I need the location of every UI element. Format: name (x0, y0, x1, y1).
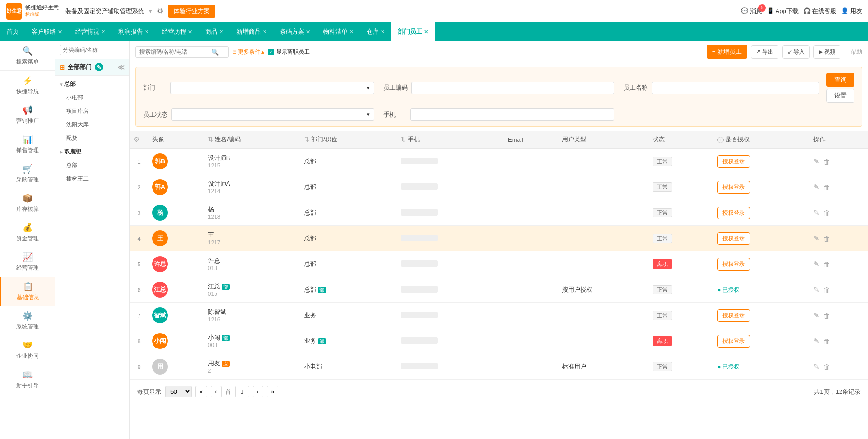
close-icon[interactable]: ✕ (145, 29, 149, 35)
user-btn[interactable]: 👤 用友 (841, 7, 862, 15)
sidebar-item-purchase[interactable]: 🛒 采购管理 (0, 159, 55, 188)
search-button[interactable]: 查询 (826, 73, 854, 87)
sidebar-item-basicinfo[interactable]: 📋 基础信息 (0, 277, 55, 306)
gear-icon[interactable]: ⚙ (157, 7, 163, 15)
sidebar-item-finance[interactable]: 💰 资金管理 (0, 218, 55, 247)
sidebar-item-operations[interactable]: 📈 经营管理 (0, 247, 55, 277)
auth-button[interactable]: 授权登录 (717, 309, 750, 322)
edit-button[interactable]: ✎ (813, 209, 819, 217)
sidebar-item-marketing[interactable]: 📢 营销推广 (0, 100, 55, 130)
sidebar-item-search[interactable]: 🔍 搜索菜单 (0, 41, 55, 71)
auth-button[interactable]: 授权登录 (717, 155, 750, 168)
delete-button[interactable]: 🗑 (823, 312, 830, 320)
close-icon[interactable]: ✕ (349, 29, 354, 35)
set-button[interactable]: 设置 (826, 89, 854, 103)
dept-node-xiaodian[interactable]: 小电部 (55, 91, 129, 105)
sidebar-item-sales[interactable]: 📊 销售管理 (0, 130, 55, 159)
dept-node-head[interactable]: ▾ 总部 (55, 77, 129, 91)
edit-button[interactable]: ✎ (813, 234, 819, 243)
edit-dept-icon[interactable]: ✎ (95, 63, 103, 71)
tab-bom[interactable]: 物料清单 ✕ (317, 22, 360, 41)
sidebar-item-collab[interactable]: 🤝 企业协同 (0, 335, 55, 365)
filter-empname-input[interactable] (652, 82, 819, 94)
delete-button[interactable]: 🗑 (823, 235, 830, 243)
per-page-select[interactable]: 50 20 100 (165, 386, 192, 397)
edit-button[interactable]: ✎ (813, 362, 819, 371)
dept-search-input[interactable] (60, 45, 130, 55)
edit-button[interactable]: ✎ (813, 157, 819, 166)
add-employee-button[interactable]: + 新增员工 (707, 45, 747, 59)
filter-empcode-input[interactable] (411, 82, 614, 94)
auth-button[interactable]: 授权登录 (717, 181, 750, 194)
filter-status-select[interactable]: ▾ (171, 108, 374, 121)
delete-button[interactable]: 🗑 (823, 209, 830, 217)
sidebar-item-guide[interactable]: 📖 新手引导 (0, 365, 55, 394)
dept-node-shenyang[interactable]: 沈阳大库 (55, 118, 129, 132)
help-icon[interactable]: ｜帮助 (844, 48, 862, 56)
auth-button[interactable]: 授权登录 (717, 232, 750, 245)
edit-button[interactable]: ✎ (813, 260, 819, 268)
tab-goods[interactable]: 商品 ✕ (199, 22, 230, 41)
tab-new-goods[interactable]: 新增商品 ✕ (230, 22, 273, 41)
auth-button[interactable]: 授权登录 (717, 207, 750, 219)
first-page-btn[interactable]: « (195, 386, 207, 397)
tab-home[interactable]: 首页 (0, 22, 25, 41)
filter-phone-input[interactable] (410, 108, 614, 121)
sidebar-item-inventory[interactable]: 📦 库存核算 (0, 188, 55, 218)
edit-button[interactable]: ✎ (813, 311, 819, 320)
dept-node-project[interactable]: 项目库房 (55, 105, 129, 118)
delete-button[interactable]: 🗑 (823, 183, 830, 191)
dept-node-chashuwang[interactable]: 插树王二 (55, 172, 129, 186)
edit-button[interactable]: ✎ (813, 337, 819, 345)
close-icon[interactable]: ✕ (188, 29, 192, 35)
message-btn[interactable]: 💬 消息 5 (741, 7, 762, 15)
search-icon[interactable]: 🔍 (211, 49, 219, 56)
close-icon[interactable]: ✕ (263, 29, 267, 35)
prev-page-btn[interactable]: ‹ (211, 386, 221, 397)
th-name[interactable]: ⇅ 姓名/编码 (204, 131, 301, 149)
close-icon[interactable]: ✕ (306, 29, 310, 35)
close-icon[interactable]: ✕ (219, 29, 223, 35)
import-button[interactable]: ↙ 导入 (782, 45, 810, 59)
tab-customer[interactable]: 客户联络 ✕ (25, 22, 69, 41)
collapse-icon[interactable]: ≪ (118, 63, 125, 71)
tab-employees[interactable]: 部门员工 ✕ (391, 22, 435, 41)
sidebar-item-quicknav[interactable]: ⚡ 快捷导航 (0, 71, 55, 100)
th-dept[interactable]: ⇅ 部门/职位 (300, 131, 397, 149)
close-icon[interactable]: ✕ (58, 29, 62, 35)
delete-button[interactable]: 🗑 (823, 286, 830, 294)
tab-profit[interactable]: 利润报告 ✕ (112, 22, 155, 41)
app-download-btn[interactable]: 📱 App下载 (767, 7, 799, 15)
delete-button[interactable]: 🗑 (823, 337, 830, 345)
view-button[interactable]: ▶ 视频 (813, 45, 840, 59)
th-settings[interactable]: ⚙ (130, 131, 148, 149)
more-filter-btn[interactable]: ⊟ 更多条件 ▴ (232, 48, 264, 56)
search-input[interactable] (139, 49, 209, 55)
auth-button[interactable]: 授权登录 (717, 335, 750, 348)
tab-warehouse[interactable]: 仓库 ✕ (360, 22, 391, 41)
close-icon[interactable]: ✕ (381, 29, 385, 35)
show-resigned-toggle[interactable]: ✓ 显示离职员工 (268, 48, 310, 56)
dept-node-shuanglu[interactable]: ▸ 双鹿想 (55, 145, 129, 159)
try-btn[interactable]: 体验行业方案 (168, 5, 215, 18)
close-icon[interactable]: ✕ (424, 29, 428, 35)
table-settings-icon[interactable]: ⚙ (133, 135, 139, 143)
delete-button[interactable]: 🗑 (823, 158, 830, 166)
sidebar-item-system[interactable]: ⚙️ 系统管理 (0, 306, 55, 335)
filter-dept-select[interactable]: ▾ (170, 82, 374, 94)
tab-history[interactable]: 经营历程 ✕ (155, 22, 199, 41)
tab-business[interactable]: 经营情况 ✕ (69, 22, 112, 41)
dropdown-arrow-icon[interactable]: ▾ (149, 7, 152, 14)
close-icon[interactable]: ✕ (101, 29, 105, 35)
tab-barcode[interactable]: 条码方案 ✕ (273, 22, 317, 41)
delete-button[interactable]: 🗑 (823, 260, 830, 268)
dept-all[interactable]: ⊞ 全部部门 ✎ ≪ (55, 59, 129, 76)
export-button[interactable]: ↗ 导出 (751, 45, 778, 59)
edit-button[interactable]: ✎ (813, 286, 819, 294)
dept-node-zongbu[interactable]: 总部 (55, 159, 129, 172)
dept-node-peihu[interactable]: 配货 (55, 132, 129, 145)
next-page-btn[interactable]: › (253, 386, 263, 397)
delete-button[interactable]: 🗑 (823, 363, 830, 371)
page-number[interactable]: 1 (235, 386, 249, 397)
th-phone[interactable]: ⇅ 手机 (397, 131, 504, 149)
